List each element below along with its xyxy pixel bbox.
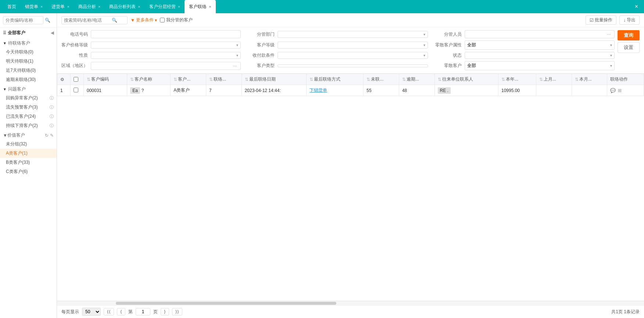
page-number-input[interactable] [136,308,150,315]
settings-button[interactable]: 设置 [618,42,640,53]
row-checkbox[interactable] [74,88,78,92]
link-icon[interactable]: ⊞ [618,88,622,93]
payment-select[interactable]: ▾ [278,52,427,59]
sort-icon: ⇅ [575,77,579,82]
scatter-attr-select[interactable]: 全部 ▾ [465,40,615,50]
sidebar-item-class-a[interactable]: A类客户(1) [0,149,57,158]
last-contact-method-header[interactable]: ⇅ 最后联络方式 [307,74,364,85]
this-month-header[interactable]: ⇅ 本月... [572,74,607,85]
sidebar-item-class-b[interactable]: B类客户(33) [0,158,57,167]
checkbox-col-header[interactable] [71,74,84,85]
my-customers-checkbox[interactable] [160,18,165,22]
close-icon[interactable]: × [138,4,140,9]
select-all-checkbox[interactable] [74,77,78,82]
filter-field-price-level: 客户价格等级 ▾ [61,42,241,49]
overdue-days-header[interactable]: ⇅ 逾期... [399,74,434,85]
sidebar-item-tomorrow-pending[interactable]: 明天待联络(1) [0,57,57,66]
info-icon[interactable]: ⓘ [50,114,54,119]
status-select[interactable]: ▾ [465,52,615,59]
filter-field-dept: 分管部门 ▾ [248,31,427,38]
nav-tab-product-analysis[interactable]: 商品分析 × [74,0,105,13]
customer-code-header[interactable]: ⇅ 客户编码 [84,74,127,85]
edit-icon[interactable]: ✎ [50,133,54,138]
last-page-button[interactable]: ⟩⟩ [172,308,182,315]
contact-person-header[interactable]: ⇅ 往来单位联系人 [434,74,498,85]
info-icon[interactable]: ⓘ [50,105,54,110]
nav-tab-sales[interactable]: 销货单 × [21,0,47,13]
no-contact-days-header[interactable]: ⇅ 未联... [364,74,399,85]
first-page-button[interactable]: ⟨⟨ [104,308,114,315]
filter-right-actions: ☑ 批量操作 ↓ 导出 [586,15,640,25]
filter-search-input[interactable] [64,18,112,23]
sidebar-item-class-c[interactable]: C类客户(6) [0,167,57,176]
price-level-select[interactable]: ▾ [91,42,241,49]
scrollbar-thumb[interactable] [116,302,336,305]
nav-tab-customer-tier[interactable]: 客户分层经营 × [145,0,185,13]
last-contact-date-header[interactable]: ⇅ 最后联络日期 [242,74,307,85]
sidebar-item-overdue-pending[interactable]: 逾期未联络(30) [0,75,57,84]
next-page-button[interactable]: ⟩ [161,308,169,315]
sidebar-item-ungrouped[interactable]: 未分组(32) [0,139,57,149]
close-icon[interactable]: × [98,4,100,9]
search-icon[interactable]: 🔍 [45,18,50,23]
sort-icon: ⇅ [501,77,505,82]
row-last-contact-method[interactable]: 下销货单 [307,85,364,96]
batch-ops-button[interactable]: ☑ 批量操作 [586,15,616,25]
nav-tab-customer-contact[interactable]: 客户联络 × [185,0,215,13]
more-filters-button[interactable]: ▼ 更多条件 ▾ [130,17,157,23]
sidebar-search-input[interactable] [3,16,43,24]
sidebar-item-today-pending[interactable]: 今天待联络(0) [0,47,57,57]
chat-icon[interactable]: 💬 [610,88,616,93]
settings-col-header[interactable]: ⚙ [57,74,71,85]
per-page-select[interactable]: 50 100 200 [82,308,101,316]
collapse-icon[interactable]: ◀ [51,31,54,35]
filter-search-box[interactable]: 🔍 [61,16,128,24]
row-checkbox-cell[interactable] [71,85,84,96]
triangle-icon: ▼ [3,41,7,45]
nature-select[interactable]: ▾ [91,52,241,59]
customer-name-header[interactable]: ⇅ 客户名称 [127,74,171,85]
prev-page-button[interactable]: ⟨ [117,308,125,315]
nav-tab-home[interactable]: 首页 [3,0,21,13]
close-icon[interactable]: × [209,4,211,9]
person-select[interactable]: ··· [465,30,615,38]
dept-select[interactable]: ▾ [278,31,427,38]
contact-num-header[interactable]: ⇅ 联络... [206,74,242,85]
this-year-header[interactable]: ⇅ 本年... [498,74,536,85]
close-icon[interactable]: × [67,4,69,9]
close-icon[interactable]: × [40,4,43,9]
window-close-button[interactable]: × [632,3,641,10]
chevron-down-icon: ▾ [236,53,238,57]
customer-level-select[interactable]: ▾ [278,42,427,49]
query-button[interactable]: 查询 [618,30,640,40]
triangle-icon: ▼ [3,87,7,91]
sidebar-item-churned[interactable]: 已流失客户(24) ⓘ [0,112,57,121]
region-select[interactable]: ··· [91,62,241,70]
more-icon[interactable]: ··· [605,32,612,37]
scatter-customer-select[interactable]: 全部 ▾ [465,61,615,70]
info-icon[interactable]: ⓘ [50,95,54,101]
close-icon[interactable]: × [178,4,180,9]
nav-tab-product-analysis-list[interactable]: 商品分析列表 × [105,0,144,13]
sort-icon: ⇅ [87,77,90,82]
all-customers-header[interactable]: ⠿ 全部客户 ◀ [0,28,57,38]
export-button[interactable]: ↓ 导出 [619,15,640,25]
horizontal-scrollbar[interactable] [57,301,644,305]
more-icon[interactable]: ··· [232,63,238,68]
search-icon[interactable]: 🔍 [112,18,117,23]
sidebar-item-churn-warning[interactable]: 流失预警客户(3) ⓘ [0,103,57,112]
customer-type-select[interactable] [278,64,427,67]
info-icon[interactable]: ⓘ [50,123,54,128]
last-month-header[interactable]: ⇅ 上月... [536,74,572,85]
sidebar-item-7day-pending[interactable]: 近7天待联络(0) [0,66,57,75]
refresh-icon[interactable]: ↻ [45,133,49,138]
sidebar-item-declining[interactable]: 持续下滑客户(2) ⓘ [0,121,57,130]
settings-icon[interactable]: ⚙ [60,77,64,82]
customer-type-header[interactable]: ⇅ 客户... [171,74,206,85]
row-customer-code: 000031 [84,85,127,96]
filter-field-phone: 电话号码 [61,30,241,38]
phone-input[interactable] [91,30,241,38]
contact-method-link[interactable]: 下销货单 [310,88,327,93]
nav-tab-purchase[interactable]: 进货单 × [47,0,74,13]
sidebar-item-repurchase-anomaly[interactable]: 回购异常客户(2) ⓘ [0,93,57,103]
